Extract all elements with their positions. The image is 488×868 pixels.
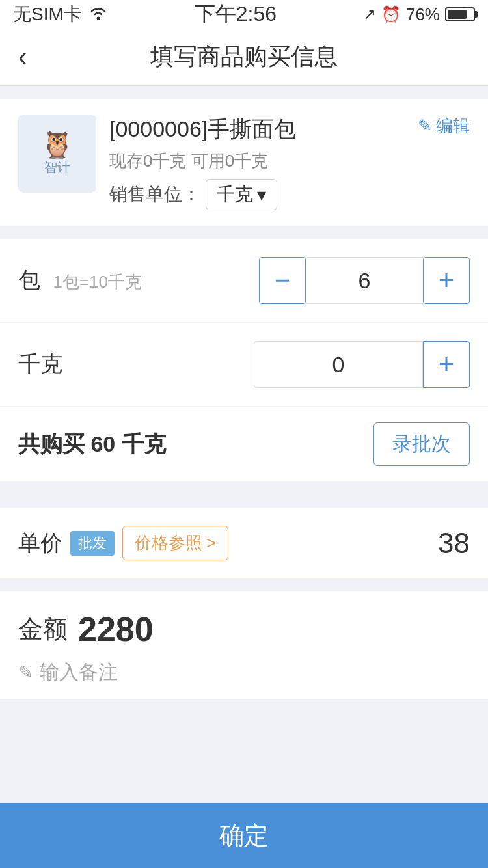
price-label: 单价 [18,528,62,558]
price-ref-label: 价格参照 [135,532,202,554]
amount-section: 金额 2280 ✎ 输入备注 [0,591,488,699]
product-info: [0000006]手撕面包 现存0千克 可用0千克 销售单位： 千克 ▾ [109,115,470,210]
price-section: 单价 批发 价格参照 > 38 [0,508,488,578]
product-unit-row: 销售单位： 千克 ▾ [109,179,470,210]
amount-row: 金额 2280 [18,610,470,649]
price-row: 单价 批发 价格参照 > 38 [18,526,470,560]
carrier-text: 无SIM卡 [13,2,82,27]
battery-icon [445,7,475,21]
back-button[interactable]: ‹ [18,42,27,72]
kg-plus-button[interactable]: + [423,341,470,388]
status-carrier: 无SIM卡 [13,2,108,27]
page-title: 填写商品购买信息 [150,41,338,73]
status-time: 下午2:56 [195,0,277,29]
nav-bar: ‹ 填写商品购买信息 [0,29,488,86]
amount-value: 2280 [78,610,154,649]
package-input-section: 包 1包=10千克 − + 千克 + [0,239,488,407]
dropdown-icon: ▾ [257,184,266,206]
package-input-row: 包 1包=10千克 − + [0,239,488,323]
total-row: 共购买 60 千克 录批次 [0,407,488,481]
price-tag: 批发 [70,531,115,556]
svg-point-0 [96,17,100,20]
bottom-spacer [0,699,488,777]
package-input[interactable] [306,257,423,304]
price-ref-button[interactable]: 价格参照 > [122,526,228,560]
alarm-icon: ⏰ [381,5,401,23]
unit-select[interactable]: 千克 ▾ [206,179,277,210]
package-plus-button[interactable]: + [423,257,470,304]
separator-1 [0,226,488,239]
price-label-group: 单价 批发 价格参照 > [18,526,228,560]
kg-input[interactable] [254,341,423,388]
confirm-button[interactable]: 确定 [0,803,488,868]
owl-label: 智计 [44,159,70,176]
separator-2 [0,481,488,495]
pencil-icon: ✎ [18,662,33,683]
edit-icon: ✎ [418,116,432,136]
unit-label: 销售单位： [109,182,200,207]
price-ref-icon: > [206,533,216,553]
package-minus-button[interactable]: − [259,257,306,304]
total-text: 共购买 60 千克 [18,429,166,459]
total-quantity: 60 [90,431,115,456]
battery-percent: 76% [406,5,440,25]
amount-label: 金额 [18,613,68,646]
product-stock: 现存0千克 可用0千克 [109,150,470,172]
kg-stepper: + [254,341,470,388]
package-stepper: − + [259,257,470,304]
product-card: 🦉 智计 [0000006]手撕面包 现存0千克 可用0千克 销售单位： 千克 … [0,99,488,226]
owl-icon: 🦉 [41,131,74,157]
status-indicators: ↗ ⏰ 76% [363,5,475,25]
product-name: [0000006]手撕面包 [109,115,470,143]
status-bar: 无SIM卡 下午2:56 ↗ ⏰ 76% [0,0,488,29]
price-value: 38 [438,527,470,560]
remark-placeholder: 输入备注 [40,659,118,686]
kg-input-row: 千克 + [0,323,488,407]
package-label: 包 1包=10千克 [18,265,259,295]
package-hint: 1包=10千克 [53,272,142,292]
wifi-icon [88,4,108,25]
edit-button[interactable]: ✎ 编辑 [418,115,470,137]
record-batch-button[interactable]: 录批次 [373,422,470,466]
gps-icon: ↗ [363,5,376,23]
kg-label: 千克 [18,349,254,379]
edit-label: 编辑 [436,115,470,137]
product-thumbnail: 🦉 智计 [18,115,96,193]
remark-row[interactable]: ✎ 输入备注 [18,659,470,686]
